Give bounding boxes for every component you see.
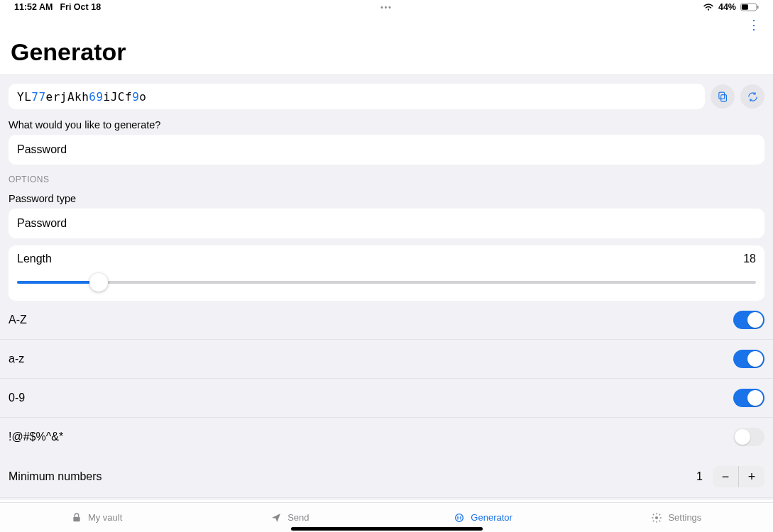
status-bar: 11:52 AM Fri Oct 18 ••• 44% [0,0,773,14]
length-card: Length 18 [9,245,764,301]
lock-icon [71,512,82,523]
generated-password-output: YL77erjAkh69iJCf9o [9,84,705,109]
tab-my-vault[interactable]: My vault [0,503,193,532]
multitask-dots-icon: ••• [380,4,393,11]
battery-icon [740,3,759,11]
toggle-row-: !@#$%^&* [0,418,773,456]
tab-label: Generator [471,512,512,523]
svg-rect-3 [757,6,759,9]
min-numbers-value: 1 [696,470,703,483]
svg-rect-6 [73,516,80,521]
toggle-switch[interactable] [733,428,764,446]
password-type-selector[interactable]: Password [9,209,764,238]
content-area: YL77erjAkh69iJCf9o What would you like t… [0,74,773,500]
gear-icon [651,512,662,523]
home-indicator[interactable] [291,527,483,531]
generate-what-label: What would you like to generate? [0,115,773,135]
generate-what-selector[interactable]: Password [9,135,764,165]
regenerate-button[interactable] [740,84,764,109]
status-time: 11:52 AM [14,2,53,12]
toggle-label: !@#$%^&* [9,431,63,443]
wifi-icon [703,2,714,13]
toggle-row-09: 0-9 [0,379,773,418]
battery-percent: 44% [718,2,736,12]
svg-rect-2 [742,4,748,9]
copy-icon [717,91,729,103]
tab-bar: My vault Send Generator Settings [0,502,773,532]
tab-label: My vault [88,512,122,523]
length-value: 18 [743,253,756,265]
length-label: Length [17,253,52,265]
send-icon [270,512,282,523]
password-type-label: Password type [0,189,773,209]
more-menu-icon[interactable]: ⋮ [747,18,760,31]
options-section-label: OPTIONS [0,165,773,189]
page-title: Generator [0,35,773,74]
toggle-switch[interactable] [733,311,764,329]
copy-button[interactable] [711,84,735,109]
status-date: Fri Oct 18 [60,2,101,12]
toggle-switch[interactable] [733,389,764,407]
min-numbers-label: Minimum numbers [9,470,102,483]
svg-point-0 [708,9,709,10]
toggle-label: 0-9 [9,392,25,404]
min-numbers-decrement[interactable]: − [713,466,738,487]
minimum-numbers-row: Minimum numbers 1 − + [0,456,773,498]
svg-point-8 [655,516,658,519]
svg-rect-5 [718,92,724,99]
generator-icon [454,512,465,523]
toggle-switch[interactable] [733,350,764,368]
toggle-row-az: a-z [0,340,773,379]
top-actions: ⋮ [0,14,773,35]
tab-label: Send [287,512,309,523]
tab-settings[interactable]: Settings [580,503,773,532]
toggle-row-az: A-Z [0,301,773,340]
minimum-special-row: Minimum special 1 − + [0,498,773,500]
length-slider[interactable] [17,277,756,288]
svg-point-7 [456,514,464,521]
refresh-icon [747,91,759,103]
min-numbers-increment[interactable]: + [739,466,764,487]
svg-rect-4 [720,94,726,101]
tab-label: Settings [668,512,701,523]
toggle-label: A-Z [9,314,27,326]
toggle-label: a-z [9,353,24,365]
min-numbers-stepper: − + [713,466,764,487]
